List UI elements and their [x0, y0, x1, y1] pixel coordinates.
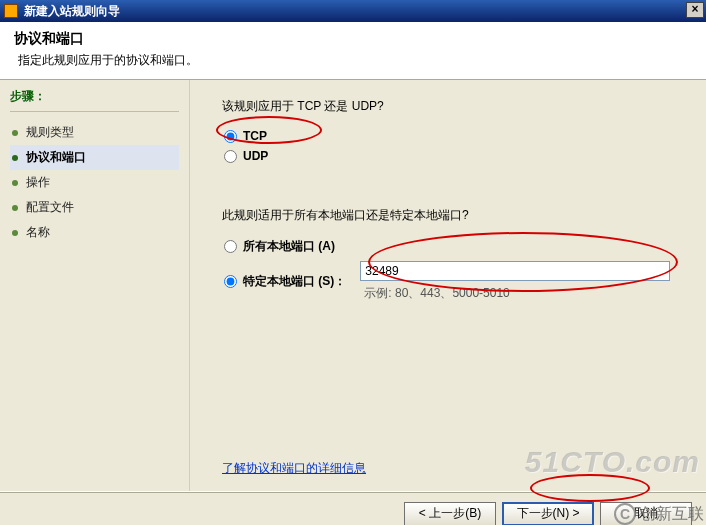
bullet-icon [12, 130, 18, 136]
steps-sidebar: 步骤： 规则类型协议和端口操作配置文件名称 [0, 80, 190, 491]
divider [10, 111, 179, 112]
sidebar-step[interactable]: 规则类型 [10, 120, 179, 145]
bullet-icon [12, 180, 18, 186]
next-button[interactable]: 下一步(N) > [502, 502, 594, 526]
back-button[interactable]: < 上一步(B) [404, 502, 496, 526]
page-subtitle: 指定此规则应用于的协议和端口。 [18, 52, 692, 69]
sidebar-step-label: 规则类型 [26, 124, 74, 141]
cancel-button[interactable]: 取消 [600, 502, 692, 526]
wizard-body: 步骤： 规则类型协议和端口操作配置文件名称 该规则应用于 TCP 还是 UDP?… [0, 80, 706, 491]
bullet-icon [12, 230, 18, 236]
sidebar-step-label: 操作 [26, 174, 50, 191]
wizard-header: 协议和端口 指定此规则应用于的协议和端口。 [0, 22, 706, 80]
sidebar-step[interactable]: 名称 [10, 220, 179, 245]
protocol-question: 该规则应用于 TCP 还是 UDP? [222, 98, 682, 115]
sidebar-step-label: 协议和端口 [26, 149, 86, 166]
sidebar-step[interactable]: 协议和端口 [10, 145, 179, 170]
all-ports-label[interactable]: 所有本地端口 (A) [243, 238, 335, 255]
close-button[interactable]: × [686, 2, 704, 18]
udp-radio[interactable] [224, 150, 237, 163]
all-ports-radio[interactable] [224, 240, 237, 253]
app-icon [4, 4, 18, 18]
titlebar: 新建入站规则向导 × [0, 0, 706, 22]
steps-heading: 步骤： [10, 88, 179, 105]
udp-label[interactable]: UDP [243, 149, 268, 163]
specific-ports-radio[interactable] [224, 275, 237, 288]
specific-ports-label[interactable]: 特定本地端口 (S)： [243, 273, 346, 290]
ports-input[interactable] [360, 261, 670, 281]
learn-more-link[interactable]: 了解协议和端口的详细信息 [222, 461, 366, 475]
window-title: 新建入站规则向导 [24, 3, 120, 20]
sidebar-step[interactable]: 配置文件 [10, 195, 179, 220]
tcp-radio[interactable] [224, 130, 237, 143]
tcp-label[interactable]: TCP [243, 129, 267, 143]
bullet-icon [12, 155, 18, 161]
bullet-icon [12, 205, 18, 211]
sidebar-step-label: 名称 [26, 224, 50, 241]
page-title: 协议和端口 [14, 30, 692, 48]
wizard-footer: < 上一步(B) 下一步(N) > 取消 [0, 491, 706, 525]
ports-example-hint: 示例: 80、443、5000-5010 [360, 285, 670, 302]
sidebar-step[interactable]: 操作 [10, 170, 179, 195]
ports-question: 此规则适用于所有本地端口还是特定本地端口? [222, 207, 682, 224]
sidebar-step-label: 配置文件 [26, 199, 74, 216]
wizard-content: 该规则应用于 TCP 还是 UDP? TCP UDP 此规则适用于所有本地端口还… [190, 80, 706, 491]
